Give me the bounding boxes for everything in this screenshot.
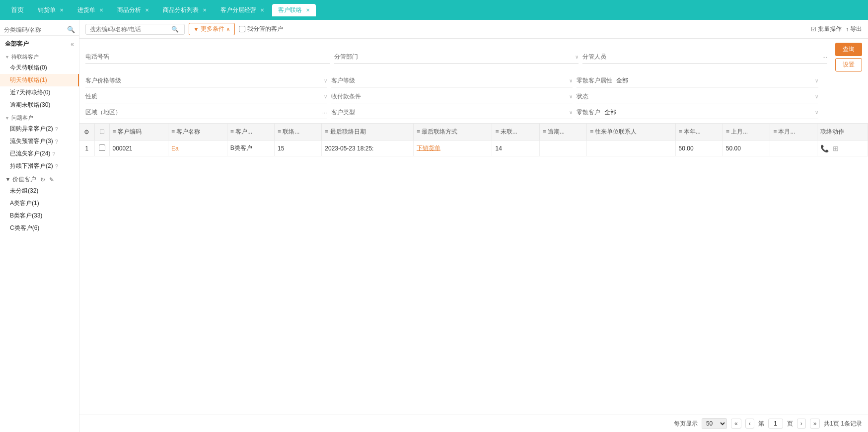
sidebar-search-box: 🔍 [0, 24, 79, 36]
col-name[interactable]: ≡ 客户名称 [168, 124, 227, 141]
query-button[interactable]: 查询 [835, 43, 862, 56]
filter-status[interactable]: 状态 ∨ [577, 90, 818, 103]
nav-close-sales[interactable]: ✕ [60, 7, 64, 13]
nav-product-analysis[interactable]: 商品分析 ✕ [111, 4, 155, 16]
my-customers-checkbox-label[interactable]: 我分管的客户 [239, 25, 283, 33]
page-number-input[interactable] [768, 419, 783, 429]
help-icon-1: ? [55, 126, 58, 132]
filter-buttons: 查询 设置 [831, 43, 862, 72]
sidebar-section-value: ▼ 价值客户 ↻ ✎ [0, 172, 79, 185]
filter-retail-attr-arrow: ∨ [815, 78, 818, 83]
filter-nature[interactable]: 性质 ∨ [85, 90, 327, 103]
col-uncontacted[interactable]: ≡ 未联... [492, 124, 539, 141]
sidebar-all-customers[interactable]: 全部客户 « [0, 38, 79, 50]
filter-customer-grade[interactable]: 客户等级 ∨ [331, 74, 573, 87]
col-checkbox[interactable]: ☐ [94, 124, 109, 141]
row-checkbox[interactable] [99, 144, 105, 151]
nav-close-product-list[interactable]: ✕ [203, 7, 207, 13]
cell-contact-person [587, 141, 675, 156]
sidebar-item-class-b[interactable]: B类客户(33) [0, 210, 79, 222]
first-page-button[interactable]: « [731, 419, 741, 429]
filter-retail-customer[interactable]: 零散客户 全部 ∨ [577, 106, 818, 119]
content-area: 🔍 ▼ 更多条件 ∧ 我分管的客户 ☑ 批量操作 ↑ 导出 [79, 20, 868, 432]
col-code[interactable]: ≡ 客户编码 [109, 124, 168, 141]
value-edit-icon[interactable]: ✎ [49, 176, 54, 183]
sidebar-item-overdue[interactable]: 逾期未联络(30) [0, 99, 79, 111]
sidebar-item-class-c[interactable]: C类客户(6) [0, 222, 79, 234]
col-last-method[interactable]: ≡ 最后联络方式 [413, 124, 492, 141]
col-last-month[interactable]: ≡ 上月... [723, 124, 770, 141]
col-this-month[interactable]: ≡ 本月... [770, 124, 817, 141]
filter-person[interactable]: 分管人员 ··· [582, 51, 827, 64]
col-contact-person[interactable]: ≡ 往来单位联系人 [587, 124, 675, 141]
filter-panel: 电话号码 分管部门 ∨ 分管人员 ··· 查询 设置 [79, 39, 868, 124]
top-nav: 首页 销货单 ✕ 进货单 ✕ 商品分析 ✕ 商品分析列表 ✕ 客户分层经营 ✕ … [0, 0, 868, 20]
filter-dept[interactable]: 分管部门 ∨ [334, 51, 579, 64]
search-input[interactable] [90, 26, 169, 33]
sidebar-item-7days[interactable]: 近7天待联络(0) [0, 86, 79, 99]
sidebar-search-icon[interactable]: 🔍 [67, 26, 75, 33]
prev-page-button[interactable]: ‹ [745, 419, 754, 429]
col-this-year[interactable]: ≡ 本年... [675, 124, 723, 141]
col-gear[interactable]: ⚙ [79, 124, 94, 141]
phone-action-icon[interactable]: 📞 [820, 144, 829, 152]
batch-icon: ☑ [811, 26, 816, 33]
sidebar-item-tomorrow[interactable]: 明天待联络(1) [0, 74, 79, 86]
my-customers-checkbox[interactable] [239, 26, 245, 32]
toolbar-search-icon[interactable]: 🔍 [171, 26, 179, 33]
filter-retail-customer-label: 零散客户 [577, 108, 600, 117]
export-icon: ↑ [846, 26, 849, 33]
per-page-select[interactable]: 50 100 200 [702, 418, 727, 429]
filter-status-label: 状态 [577, 92, 588, 101]
nav-purchase-order[interactable]: 进货单 ✕ [72, 4, 109, 16]
nav-sales-order[interactable]: 销货单 ✕ [32, 4, 70, 16]
filter-price-grade[interactable]: 客户价格等级 ∨ [85, 74, 327, 87]
sidebar-item-ungrouped[interactable]: 未分组(32) [0, 185, 79, 197]
value-refresh-icon[interactable]: ↻ [40, 176, 45, 183]
cell-name[interactable]: Ea [168, 141, 227, 156]
col-overdue[interactable]: ≡ 逾期... [539, 124, 586, 141]
sidebar-item-churned[interactable]: 已流失客户(24) ? [0, 147, 79, 160]
nav-customer-contact[interactable]: 客户联络 ✕ [272, 4, 316, 16]
filter-region-label: 区域（地区） [85, 108, 121, 117]
sidebar-item-today[interactable]: 今天待联络(0) [0, 62, 79, 74]
nav-home[interactable]: 首页 [5, 3, 30, 16]
filter-icon: ▼ [193, 26, 199, 33]
cell-last-month: 50.00 [723, 141, 770, 156]
set-button[interactable]: 设置 [835, 58, 862, 72]
last-page-button[interactable]: » [810, 419, 820, 429]
filter-person-more[interactable]: ··· [822, 54, 827, 61]
sidebar-item-churn-warning[interactable]: 流失预警客户(3) ? [0, 135, 79, 147]
filter-region[interactable]: 区域（地区） ··· [85, 106, 327, 119]
sidebar-collapse-icon[interactable]: « [71, 41, 74, 48]
filter-retail-attr[interactable]: 零散客户属性 全部 ∨ [577, 74, 818, 87]
filter-payment[interactable]: 收付款条件 ∨ [331, 90, 573, 103]
filter-dept-arrow: ∨ [575, 54, 579, 60]
sidebar-item-declining[interactable]: 持续下滑客户(2) ? [0, 160, 79, 172]
filter-region-more[interactable]: ··· [322, 109, 327, 116]
filter-phone-input[interactable] [113, 54, 330, 61]
nav-customer-tier[interactable]: 客户分层经营 ✕ [215, 4, 270, 16]
sidebar-item-abnormal[interactable]: 回购异常客户(2) ? [0, 123, 79, 135]
table-area: ⚙ ☐ ≡ 客户编码 ≡ 客户名称 ≡ 客户... ≡ 联络... ≡ 最后联络… [79, 124, 868, 415]
nav-close-product[interactable]: ✕ [145, 7, 149, 13]
col-contact-count[interactable]: ≡ 联络... [275, 124, 322, 141]
export-button[interactable]: ↑ 导出 [846, 25, 862, 33]
cell-last-method[interactable]: 下销货单 [413, 141, 492, 156]
batch-operation-button[interactable]: ☑ 批量操作 [811, 25, 842, 33]
col-last-date[interactable]: ≡ 最后联络日期 [322, 124, 414, 141]
next-page-button[interactable]: › [797, 419, 806, 429]
cell-checkbox[interactable] [94, 141, 109, 156]
nav-close-customer-contact[interactable]: ✕ [306, 7, 310, 13]
nav-close-customer-tier[interactable]: ✕ [260, 7, 264, 13]
filter-customer-type[interactable]: 客户类型 ∨ [331, 106, 573, 119]
per-page-label: 每页显示 [674, 420, 698, 428]
more-filter-button[interactable]: ▼ 更多条件 ∧ [189, 23, 235, 35]
nav-close-purchase[interactable]: ✕ [99, 7, 103, 13]
grid-action-icon[interactable]: ⊞ [833, 144, 839, 152]
col-type[interactable]: ≡ 客户... [227, 124, 274, 141]
nav-product-analysis-list[interactable]: 商品分析列表 ✕ [157, 4, 213, 16]
last-method-link[interactable]: 下销货单 [417, 144, 440, 151]
sidebar-item-class-a[interactable]: A类客户(1) [0, 197, 79, 210]
sidebar-search-input[interactable] [4, 26, 67, 33]
